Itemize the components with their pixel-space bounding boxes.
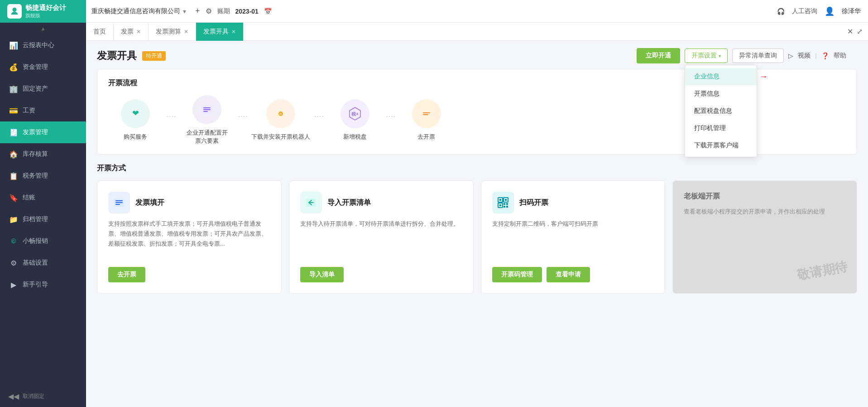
- svg-rect-6: [203, 111, 208, 112]
- tab-home[interactable]: 首页: [86, 23, 114, 41]
- sidebar-item-label: 资金管理: [23, 63, 48, 71]
- settings-button[interactable]: 开票设置 ▾: [685, 48, 728, 63]
- tab-expand-button[interactable]: ⤢: [857, 27, 863, 36]
- logo-area: 畅捷通好会计 旗舰版: [0, 0, 86, 23]
- add-tab-button[interactable]: +: [195, 6, 200, 16]
- sidebar-item-fixed-assets[interactable]: 🏢 固定资产: [0, 78, 86, 100]
- tab-invoice-issue-close[interactable]: ✕: [231, 29, 236, 35]
- dropdown-item-tax-config[interactable]: 配置税盘信息: [685, 102, 757, 120]
- sidebar-item-inventory[interactable]: 🏠 库存核算: [0, 143, 86, 165]
- methods-section-title: 开票方式: [97, 164, 857, 173]
- sidebar-bottom: ◀◀ 取消固定: [0, 385, 86, 407]
- sidebar-item-settings[interactable]: ⚙ 基础设置: [0, 252, 86, 274]
- fund-icon: 💰: [9, 63, 18, 72]
- import-card-button[interactable]: 导入清单: [300, 267, 344, 282]
- method-card-qr: 扫码开票 支持定制开票二维码，客户端可扫码开票 开票码管理 查看申请: [481, 180, 666, 294]
- sidebar-item-cloud-reports[interactable]: 📊 云报表中心: [0, 34, 86, 56]
- tab-end-actions: ✕ ⤢: [842, 27, 868, 36]
- sidebar-item-label: 结账: [23, 194, 35, 202]
- calendar-icon[interactable]: 📅: [264, 8, 272, 15]
- help-icon: ❓: [821, 52, 829, 59]
- svg-rect-16: [115, 200, 123, 201]
- sidebar-item-archive[interactable]: 📁 归档管理: [0, 208, 86, 230]
- closing-icon: 🔖: [9, 193, 18, 202]
- activate-button[interactable]: 立即开通: [637, 48, 680, 63]
- dropdown-item-download-client[interactable]: 下载开票客户端: [685, 137, 757, 154]
- svg-rect-22: [499, 199, 501, 201]
- tab-invoice-calc[interactable]: 发票测算 ✕: [149, 23, 196, 41]
- tab-invoice-calc-close[interactable]: ✕: [184, 29, 188, 35]
- fill-card-title: 发票填开: [135, 198, 164, 208]
- step-arrow-4: ····: [386, 111, 396, 130]
- step-arrow-2: ····: [238, 111, 248, 130]
- sidebar-item-invoice[interactable]: 🧾 发票管理: [0, 121, 86, 143]
- sidebar-item-guide[interactable]: ▶ 新手引导: [0, 274, 86, 296]
- salary-icon: 💳: [9, 106, 18, 115]
- fill-card-button[interactable]: 去开票: [108, 267, 145, 282]
- step5-icon: [412, 99, 441, 128]
- tab-invoice-close[interactable]: ✕: [136, 29, 141, 35]
- company-selector[interactable]: 重庆畅捷交通信息咨询有限公司 ▾: [91, 7, 186, 15]
- sidebar-item-salary[interactable]: 💳 工资: [0, 100, 86, 121]
- tax-icon: 📋: [9, 171, 18, 180]
- step5-label: 去开票: [417, 133, 435, 141]
- method-card-fill-header: 发票填开: [108, 192, 270, 213]
- method-card-fill: 发票填开 支持按照发票样式手工填开发票；可开具增值税电子普通发票、增值税普通发票…: [97, 180, 282, 294]
- svg-rect-30: [506, 206, 508, 208]
- svg-rect-17: [115, 202, 123, 203]
- sidebar-item-unpin[interactable]: ◀◀ 取消固定: [0, 385, 86, 407]
- svg-text:≡: ≡: [280, 111, 283, 116]
- top-right: 🎧 人工咨询 👤 徐泽华: [777, 6, 861, 16]
- svg-rect-28: [506, 203, 508, 205]
- import-card-icon: [300, 192, 322, 213]
- expense-icon: ©: [9, 237, 18, 246]
- scroll-up-button[interactable]: ▲: [0, 23, 86, 34]
- help-label[interactable]: 帮助: [834, 52, 846, 60]
- tab-close-button[interactable]: ✕: [847, 27, 853, 36]
- support-label[interactable]: 人工咨询: [792, 7, 817, 15]
- tab-bar: 首页 发票 ✕ 发票测算 ✕ 发票开具 ✕ ✕ ⤢: [86, 23, 868, 41]
- video-label[interactable]: 视频: [798, 52, 810, 60]
- method-card-import-header: 导入开票清单: [300, 192, 462, 213]
- tab-invoice-calc-label: 发票测算: [156, 28, 181, 36]
- tab-invoice[interactable]: 发票 ✕: [114, 23, 149, 41]
- method-card-boss-header: 老板端开票: [684, 192, 846, 201]
- dropdown-item-printer[interactable]: 打印机管理: [685, 120, 757, 137]
- step-arrow-3: ····: [314, 111, 324, 130]
- exception-button[interactable]: 异常清单查询: [732, 48, 784, 63]
- tab-invoice-label: 发票: [121, 28, 134, 36]
- main-content: 发票开具 待开通 立即开通 开票设置 ▾ 企业信息: [86, 41, 868, 407]
- sidebar-item-label: 发票管理: [23, 128, 48, 136]
- chevron-down-icon: ▾: [719, 53, 721, 58]
- guide-icon: ▶: [9, 280, 18, 289]
- period-label: 账期: [217, 7, 230, 15]
- settings-icon[interactable]: ⚙: [206, 7, 212, 15]
- svg-rect-18: [115, 204, 120, 205]
- qr-view-apply-button[interactable]: 查看申请: [547, 267, 590, 282]
- sidebar-item-tax[interactable]: 📋 税务管理: [0, 165, 86, 187]
- dropdown-item-company[interactable]: 企业信息 →: [685, 68, 757, 85]
- sidebar: ▲ 📊 云报表中心 💰 资金管理 🏢 固定资产 💳 工资 🧾 发票管理: [0, 23, 86, 407]
- sidebar-item-expense[interactable]: © 小畅报销: [0, 230, 86, 252]
- fixed-assets-icon: 🏢: [9, 84, 18, 93]
- sidebar-item-label: 工资: [23, 107, 35, 115]
- methods-section: 开票方式 发票填开 支持按照发票样式手工填开发票；可开具增值税电子普通发票、增值…: [97, 164, 857, 294]
- tab-home-label: 首页: [93, 28, 106, 36]
- svg-rect-13: [423, 112, 430, 113]
- svg-rect-14: [423, 114, 428, 115]
- watermark: 敬请期待: [796, 258, 849, 284]
- flow-step-2: 企业开通配置开票六要素: [180, 95, 234, 145]
- dropdown-item-invoice-info[interactable]: 开票信息: [685, 85, 757, 102]
- sidebar-item-closing[interactable]: 🔖 结账: [0, 187, 86, 208]
- qr-code-manage-button[interactable]: 开票码管理: [492, 267, 542, 282]
- sidebar-item-label: 固定资产: [23, 85, 48, 93]
- sidebar-item-fund[interactable]: 💰 资金管理: [0, 56, 86, 78]
- sidebar-item-label: 新手引导: [23, 281, 48, 289]
- logo-title: 畅捷通好会计: [25, 4, 66, 12]
- header-actions: 立即开通 开票设置 ▾ 企业信息 →: [637, 48, 846, 63]
- archive-icon: 📁: [9, 215, 18, 224]
- qr-card-desc: 支持定制开票二维码，客户端可扫码开票: [492, 219, 654, 260]
- svg-rect-4: [203, 107, 211, 108]
- tab-invoice-issue[interactable]: 发票开具 ✕: [196, 23, 244, 41]
- flow-step-4: 税+ 新增税盘: [328, 99, 382, 141]
